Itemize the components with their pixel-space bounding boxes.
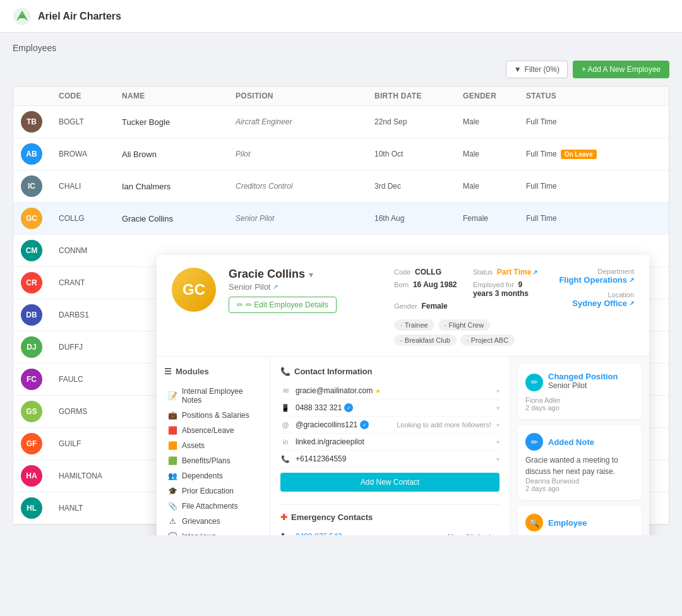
add-employee-button[interactable]: + Add A New Employee bbox=[573, 61, 669, 78]
contact-value[interactable]: gracie@mailinator.com ★ bbox=[296, 386, 491, 395]
module-label: Interviews bbox=[182, 532, 216, 535]
employee-code: BOGLT bbox=[59, 117, 122, 126]
verified-icon: ✓ bbox=[360, 420, 369, 429]
contact-type-icon: 📱 bbox=[280, 404, 290, 412]
employee-position: Aircraft Engineer bbox=[236, 117, 374, 126]
dropdown-arrow-icon[interactable]: ▾ bbox=[309, 270, 313, 280]
modules-grid-icon: ☰ bbox=[164, 367, 172, 376]
location-link[interactable]: Sydney Office ↗ bbox=[552, 299, 634, 308]
avatar: IC bbox=[21, 175, 42, 197]
module-item[interactable]: 📎 File Attachments bbox=[164, 499, 262, 514]
contact-type-icon: ✉ bbox=[280, 387, 290, 395]
contact-value[interactable]: @graciecollins121 ✓ bbox=[296, 420, 392, 429]
avatar-cell: AB bbox=[21, 143, 59, 165]
avatar-cell: DB bbox=[21, 304, 59, 326]
department-link[interactable]: Flight Operations ↗ bbox=[552, 275, 634, 285]
contact-row: ✉ gracie@mailinator.com ★ ▾ bbox=[280, 382, 500, 400]
avatar-cell: GC bbox=[21, 208, 59, 229]
avatar-cell: FC bbox=[21, 369, 59, 390]
table-row[interactable]: GC COLLG Gracie Collins Senior Pilot 16t… bbox=[13, 203, 669, 235]
activity-time: 2 days ago bbox=[525, 485, 559, 492]
contact-value[interactable]: +61412364559 bbox=[296, 454, 491, 463]
contact-row: 📞 +61412364559 ▾ bbox=[280, 451, 500, 468]
activity-meta: Fiona Adler 2 days ago bbox=[525, 396, 634, 412]
code-value: COLLG bbox=[415, 268, 441, 276]
activity-body: Gracie wanted a meeting to discuss her n… bbox=[525, 454, 634, 477]
contact-dropdown-icon[interactable]: ▾ bbox=[496, 405, 500, 412]
contact-dropdown-icon[interactable]: ▾ bbox=[496, 388, 500, 394]
col-name: Name bbox=[122, 92, 236, 100]
employee-avatar-large: GC bbox=[172, 268, 216, 312]
avatar: TB bbox=[21, 111, 42, 133]
module-icon: 💼 bbox=[168, 411, 177, 420]
employee-name-cell: Ian Chalmers bbox=[122, 182, 236, 191]
contact-dropdown-icon[interactable]: ▾ bbox=[496, 456, 500, 463]
filter-button[interactable]: ▼ Filter (0%) bbox=[506, 61, 568, 78]
avatar-cell: GF bbox=[21, 433, 59, 454]
employee-code: GUILF bbox=[59, 439, 122, 448]
module-item[interactable]: 💬 Interviews bbox=[164, 529, 262, 535]
avatar-cell: CR bbox=[21, 272, 59, 293]
employee-gender: Male bbox=[463, 117, 526, 126]
module-icon: 🟧 bbox=[168, 441, 177, 450]
avatar: AB bbox=[21, 143, 42, 165]
employee-birth: 22nd Sep bbox=[374, 117, 463, 126]
emergency-phone[interactable]: 0499 876 543 bbox=[296, 532, 443, 535]
emergency-contact-row: 📞 0499 876 543 Mary (Mother) ▾ bbox=[280, 528, 500, 535]
module-item[interactable]: 🟩 Benefits/Plans bbox=[164, 453, 262, 468]
employee-code: FAULC bbox=[59, 375, 122, 384]
module-label: Assets bbox=[182, 441, 205, 450]
role-link-icon[interactable]: ↗ bbox=[273, 283, 278, 290]
module-label: File Attachments bbox=[182, 502, 238, 511]
employee-tag: Flight Crew bbox=[438, 319, 490, 331]
avatar: DJ bbox=[21, 336, 42, 358]
table-row[interactable]: AB BROWA Ali Brown Pilot 10th Oct Male F… bbox=[13, 138, 669, 170]
employee-code: BROWA bbox=[59, 150, 122, 158]
edit-employee-button[interactable]: ✏ ✏ Edit Employee Details bbox=[229, 297, 337, 313]
code-label: Code bbox=[394, 268, 410, 276]
activity-title: Added Note bbox=[548, 437, 594, 447]
table-row[interactable]: TB BOGLT Tucker Bogle Aircraft Engineer … bbox=[13, 106, 669, 138]
module-item[interactable]: 🟧 Assets bbox=[164, 438, 262, 453]
contact-section-title: Contact Information bbox=[294, 367, 373, 376]
contact-dropdown-icon[interactable]: ▾ bbox=[496, 439, 500, 446]
contact-value[interactable]: 0488 332 321 ✓ bbox=[296, 403, 491, 412]
employee-code: DUFFJ bbox=[59, 343, 122, 352]
avatar: HL bbox=[21, 497, 42, 519]
employee-name-cell: Gracie Collins bbox=[122, 214, 236, 223]
module-item[interactable]: ⚠ Grievances bbox=[164, 514, 262, 529]
avatar-cell: IC bbox=[21, 175, 59, 197]
activity-time: 2 days ago bbox=[525, 404, 559, 412]
emergency-dropdown-icon[interactable]: ▾ bbox=[496, 533, 500, 536]
table-row[interactable]: IC CHALI Ian Chalmers Creditors Control … bbox=[13, 170, 669, 203]
module-item[interactable]: 🎓 Prior Education bbox=[164, 483, 262, 499]
contact-row: 📱 0488 332 321 ✓ ▾ bbox=[280, 400, 500, 417]
verified-icon: ✓ bbox=[344, 403, 353, 412]
edit-icon: ✏ bbox=[237, 300, 243, 309]
contact-type-icon: 📞 bbox=[280, 455, 290, 463]
contact-dropdown-icon[interactable]: ▾ bbox=[496, 422, 500, 429]
star-icon: ★ bbox=[375, 388, 381, 394]
contact-type-icon: in bbox=[280, 438, 290, 446]
module-item[interactable]: 💼 Positions & Salaries bbox=[164, 408, 262, 423]
employee-position: Senior Pilot bbox=[236, 214, 374, 223]
module-label: Grievances bbox=[182, 517, 220, 526]
activity-meta: Deanna Burwood 2 days ago bbox=[525, 477, 634, 492]
employee-tag: Breakfast Club bbox=[394, 335, 457, 346]
module-item[interactable]: 🟥 Absence/Leave bbox=[164, 423, 262, 438]
module-item[interactable]: 👥 Dependents bbox=[164, 468, 262, 483]
add-contact-button[interactable]: Add New Contact bbox=[280, 473, 500, 492]
status-part-time[interactable]: Part Time ↗ bbox=[497, 268, 537, 276]
contact-note: Looking to add more followers! bbox=[397, 421, 491, 429]
employee-status: Full Time On Leave bbox=[526, 150, 614, 159]
contact-value[interactable]: linked.in/gracieepilot bbox=[296, 437, 491, 446]
employee-status: Full Time bbox=[526, 214, 614, 223]
employee-position: Pilot bbox=[236, 150, 374, 158]
module-item[interactable]: 📝 Internal Employee Notes bbox=[164, 384, 262, 408]
module-label: Benefits/Plans bbox=[182, 456, 230, 465]
module-icon: ⚠ bbox=[168, 517, 177, 526]
avatar: FC bbox=[21, 369, 42, 390]
employee-birth: 10th Oct bbox=[374, 150, 463, 158]
employed-label: Employed for bbox=[473, 281, 514, 288]
module-label: Dependents bbox=[182, 471, 223, 480]
